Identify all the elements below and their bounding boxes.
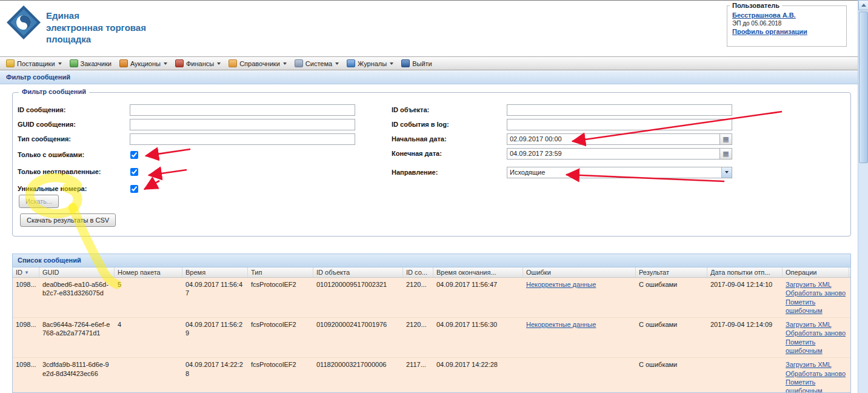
menu-item-auctions[interactable]: Аукционы xyxy=(117,57,173,70)
cell-operations: Загрузить XML Обработать заново Пометить… xyxy=(783,318,849,357)
chevron-down-icon xyxy=(58,62,62,65)
log-event-id-input[interactable] xyxy=(507,119,732,130)
column-header-label: Тип xyxy=(251,269,262,276)
direction-select[interactable]: Исходящие xyxy=(507,167,732,178)
user-panel-legend: Пользователь xyxy=(730,2,782,9)
reprocess-link[interactable]: Обработать заново xyxy=(786,329,846,337)
load-xml-link[interactable]: Загрузить XML xyxy=(786,361,832,368)
scrollbar-thumb[interactable] xyxy=(859,12,868,163)
column-header-errors[interactable]: Ошибки xyxy=(523,267,636,277)
menu-item-directories[interactable]: Справочники xyxy=(226,57,292,70)
column-header-event-id[interactable]: ID со... xyxy=(403,267,433,277)
error-message-link[interactable]: Некорректные данные xyxy=(526,281,596,288)
cell-result: С ошибками xyxy=(636,318,707,357)
menu-item-customers[interactable]: Заказчики xyxy=(67,57,117,70)
filter-row-direction: Направление:Исходящие xyxy=(392,165,755,180)
column-header-id[interactable]: ID▼ xyxy=(13,267,39,277)
direction-selected-value: Исходящие xyxy=(507,167,721,178)
column-header-object-id[interactable]: ID объекта xyxy=(313,267,403,277)
exit-icon xyxy=(401,59,410,67)
download-csv-button[interactable]: Скачать результаты в CSV xyxy=(20,213,116,227)
column-header-send-attempt-date[interactable]: Дата попытки отп... xyxy=(707,267,783,277)
customers-icon xyxy=(70,59,78,67)
cell-end-time: 04.09.2017 11:56:30 xyxy=(433,318,523,357)
cell-object-id: 0109200002417001976 xyxy=(313,318,403,357)
column-header-operations[interactable]: Операции xyxy=(783,267,849,277)
filter-panel: Фильтр сообщений ID сообщения:GUID сообщ… xyxy=(12,92,851,237)
menu-item-journals[interactable]: Журналы xyxy=(344,57,399,70)
vertical-scrollbar[interactable] xyxy=(858,0,868,393)
cell-guid: 3cdfda9b-8111-6d6e-9e2d-8d34f423ec66 xyxy=(39,358,115,393)
unique-numbers-checkbox[interactable] xyxy=(130,185,138,193)
menu-item-system[interactable]: Система xyxy=(292,57,344,70)
table-row[interactable]: 1098...dea0bed6-ea10-a56d-b2c7-e831d3260… xyxy=(13,278,850,318)
cell-send-attempt-date: 2017-09-04 12:14:10 xyxy=(707,278,783,317)
start-date-calendar-button[interactable]: ▦ xyxy=(720,133,732,145)
cert-info: ЭП до 05.06.2018 xyxy=(732,20,843,27)
user-panel: Пользователь Бесстрашнова А.В. ЭП до 05.… xyxy=(727,5,847,47)
error-message-link[interactable]: Некорректные данные xyxy=(526,321,596,328)
end-date-calendar-button[interactable]: ▦ xyxy=(720,148,732,160)
only-with-errors-checkbox[interactable] xyxy=(130,151,138,159)
message-guid-input[interactable] xyxy=(130,119,355,130)
message-guid-label: GUID сообщения: xyxy=(18,121,130,128)
start-date-field: ▦ xyxy=(507,133,732,145)
scroll-up-button[interactable] xyxy=(858,0,868,10)
search-button[interactable]: Искать... xyxy=(19,195,59,208)
menu-item-suppliers[interactable]: Поставщики xyxy=(4,57,67,70)
cell-id: 1098... xyxy=(13,278,39,317)
table-header: ID▼GUIDНомер пакетаВремяТипID объектаID … xyxy=(13,267,850,278)
org-profile-link[interactable]: Профиль организации xyxy=(732,28,843,35)
cell-result: С ошибками xyxy=(636,358,707,393)
column-header-end-time[interactable]: Время окончания... xyxy=(433,267,523,277)
menu-item-exit[interactable]: Выйти xyxy=(399,57,438,70)
object-id-input[interactable] xyxy=(507,104,732,116)
mark-erroneous-link[interactable]: Пометить ошибочным xyxy=(786,378,823,393)
menu-item-finance[interactable]: Финансы xyxy=(173,57,226,70)
logo xyxy=(6,5,41,41)
mark-erroneous-link[interactable]: Пометить ошибочным xyxy=(786,338,823,354)
menu-item-label: Аукционы xyxy=(130,60,161,67)
only-unsent-checkbox[interactable] xyxy=(130,168,138,176)
column-header-label: Ошибки xyxy=(526,269,551,276)
column-header-type[interactable]: Тип xyxy=(248,267,313,277)
table-row[interactable]: 1098...8ac9644a-7264-e6ef-e768-a2b2a7747… xyxy=(13,318,850,358)
start-date-input[interactable] xyxy=(507,133,720,145)
column-header-packet-number[interactable]: Номер пакета xyxy=(115,267,182,277)
cell-errors xyxy=(523,358,636,393)
reprocess-link[interactable]: Обработать заново xyxy=(786,289,846,297)
cell-end-time: 04.09.2017 11:56:47 xyxy=(433,278,523,317)
reprocess-link[interactable]: Обработать заново xyxy=(786,370,846,377)
column-header-guid[interactable]: GUID xyxy=(39,267,115,277)
logo-icon xyxy=(6,5,41,40)
auctions-icon xyxy=(119,59,128,67)
message-type-input[interactable] xyxy=(130,133,355,145)
column-header-label: ID объекта xyxy=(316,269,350,276)
column-header-result[interactable]: Результат xyxy=(636,267,707,277)
load-xml-link[interactable]: Загрузить XML xyxy=(786,281,832,288)
filter-row-message-id: ID сообщения: xyxy=(18,102,375,117)
cell-operations: Загрузить XML Обработать заново Пометить… xyxy=(783,358,849,393)
cell-packet-number: 5 xyxy=(115,278,182,317)
end-date-label: Конечная дата: xyxy=(392,150,507,157)
mark-erroneous-link[interactable]: Пометить ошибочным xyxy=(786,298,823,314)
page-title: Фильтр сообщений xyxy=(0,71,858,84)
filter-row-only-with-errors: Только с ошибками: xyxy=(18,146,375,163)
column-header-label: Результат xyxy=(639,269,669,276)
message-id-input[interactable] xyxy=(130,104,355,116)
load-xml-link[interactable]: Загрузить XML xyxy=(786,321,832,328)
system-icon xyxy=(295,59,303,67)
filter-row-only-unsent: Только неотправленные: xyxy=(18,163,375,180)
column-header-label: GUID xyxy=(42,269,59,276)
cell-object-id: 0101200009517002321 xyxy=(313,278,403,317)
column-header-time[interactable]: Время xyxy=(182,267,248,277)
cell-result: С ошибками xyxy=(636,278,707,317)
log-event-id-label: ID события в log: xyxy=(392,121,507,128)
end-date-field: ▦ xyxy=(507,148,732,160)
end-date-input[interactable] xyxy=(507,148,720,160)
cell-send-attempt-date: 2017-09-04 12:14:09 xyxy=(707,318,783,357)
cell-send-attempt-date xyxy=(707,358,783,393)
table-row[interactable]: 1098...3cdfda9b-8111-6d6e-9e2d-8d34f423e… xyxy=(13,358,850,393)
logo-title-line: электронная торговая xyxy=(46,22,146,34)
user-name-link[interactable]: Бесстрашнова А.В. xyxy=(732,12,843,19)
